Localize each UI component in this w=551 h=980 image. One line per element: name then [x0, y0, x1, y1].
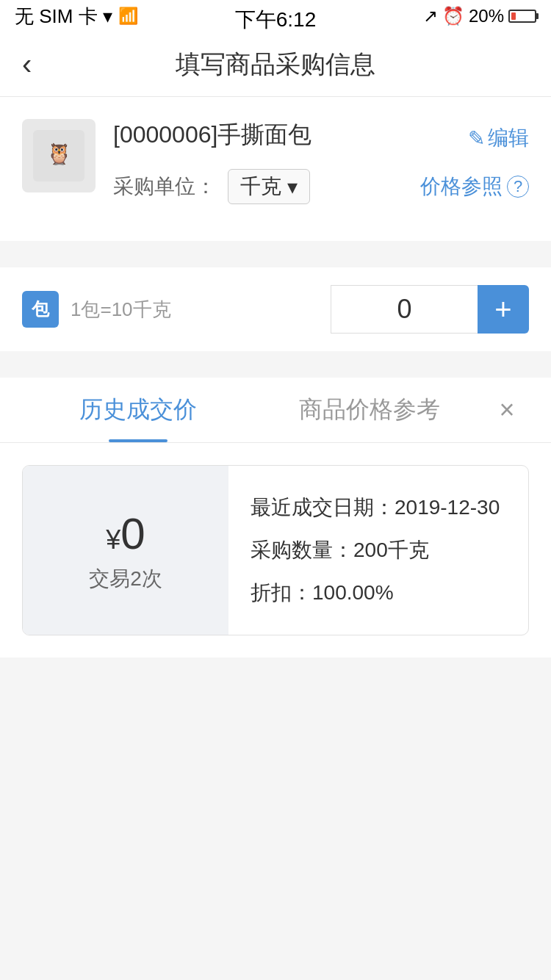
edit-button[interactable]: ✎ 编辑 [468, 124, 529, 152]
edit-icon: ✎ [468, 126, 485, 151]
history-price-card: ¥0 交易2次 最近成交日期：2019-12-30 采购数量：200千克 折扣：… [22, 465, 529, 635]
no-sim-label: 无 SIM 卡 ▾ [15, 4, 112, 29]
tabs-header: 历史成交价 商品价格参考 × [0, 378, 551, 443]
recent-date-value: 2019-12-30 [395, 496, 500, 519]
tabs-section: 历史成交价 商品价格参考 × ¥0 交易2次 最近成交日期：2019-12-30 [0, 378, 551, 657]
product-section: 🦉 [0000006]手撕面包 ✎ 编辑 采购单位： 千克 ▾ [0, 97, 551, 241]
tab-history-label: 历史成交价 [79, 394, 197, 426]
battery-icon [508, 10, 536, 23]
discount-label: 折扣： [251, 581, 312, 604]
tab-content: ¥0 交易2次 最近成交日期：2019-12-30 采购数量：200千克 折扣：… [0, 443, 551, 657]
purchase-qty-value: 200千克 [353, 538, 429, 561]
quantity-left: 包 1包=10千克 [22, 291, 171, 328]
discount-row: 折扣：100.00% [251, 577, 506, 608]
unit-badge: 包 [22, 291, 59, 328]
unit-ratio: 1包=10千克 [71, 297, 171, 323]
status-right: ↗ ⏰ 20% [423, 6, 536, 26]
page-title: 填写商品采购信息 [176, 48, 375, 82]
tab-price-ref-label: 商品价格参考 [299, 394, 440, 426]
edit-label: 编辑 [488, 124, 529, 152]
status-bar: 无 SIM 卡 ▾ 📶 下午6:12 ↗ ⏰ 20% [0, 0, 551, 32]
battery-percent: 20% [469, 6, 504, 26]
unit-value: 千克 [240, 173, 281, 201]
tab-product-price-reference[interactable]: 商品价格参考 [253, 378, 485, 442]
tab-history-price[interactable]: 历史成交价 [22, 378, 253, 442]
discount-value: 100.00% [312, 581, 394, 604]
product-top: 🦉 [0000006]手撕面包 ✎ 编辑 采购单位： 千克 ▾ [22, 119, 529, 204]
price-ref-help-icon: ? [507, 176, 529, 198]
chevron-down-icon: ▾ [287, 175, 298, 199]
product-name-row: [0000006]手撕面包 ✎ 编辑 [113, 119, 529, 157]
quantity-plus-button[interactable]: + [478, 285, 529, 334]
price-reference-button[interactable]: 价格参照 ? [420, 173, 529, 201]
status-left: 无 SIM 卡 ▾ 📶 [15, 4, 138, 29]
product-full-name: [0000006]手撕面包 [113, 119, 311, 151]
purchase-unit-row: 采购单位： 千克 ▾ 价格参照 ? [113, 169, 529, 204]
card-price-summary: ¥0 交易2次 [23, 466, 228, 635]
tab-close-button[interactable]: × [485, 378, 529, 442]
price-value: 0 [120, 509, 145, 558]
wifi-icon: 📶 [118, 7, 138, 26]
quantity-controls: + [331, 285, 529, 334]
recent-date-row: 最近成交日期：2019-12-30 [251, 492, 506, 523]
recent-date-label: 最近成交日期： [251, 496, 395, 519]
history-price-display: ¥0 [106, 508, 145, 559]
unit-dropdown[interactable]: 千克 ▾ [228, 169, 310, 204]
price-ref-label: 价格参照 [420, 173, 503, 201]
unit-selector: 采购单位： 千克 ▾ [113, 169, 310, 204]
product-logo-icon: 🦉 [33, 130, 84, 181]
header: ‹ 填写商品采购信息 [0, 32, 551, 97]
product-info: [0000006]手撕面包 ✎ 编辑 采购单位： 千克 ▾ 价格参照 ? [113, 119, 529, 204]
quantity-section: 包 1包=10千克 + [0, 267, 551, 351]
purchase-qty-label: 采购数量： [251, 538, 353, 561]
purchase-qty-row: 采购数量：200千克 [251, 535, 506, 566]
location-icon: ↗ [423, 6, 438, 26]
svg-text:🦉: 🦉 [46, 142, 72, 166]
back-button[interactable]: ‹ [22, 48, 66, 81]
trade-count: 交易2次 [89, 565, 162, 593]
quantity-input[interactable] [331, 285, 478, 334]
status-time: 下午6:12 [235, 6, 317, 34]
unit-label: 采购单位： [113, 173, 216, 201]
section-divider-1 [0, 256, 551, 267]
currency-symbol: ¥ [106, 525, 120, 555]
alarm-icon: ⏰ [442, 6, 464, 26]
card-details: 最近成交日期：2019-12-30 采购数量：200千克 折扣：100.00% [228, 466, 528, 635]
product-image: 🦉 [22, 119, 96, 192]
section-divider-2 [0, 366, 551, 378]
